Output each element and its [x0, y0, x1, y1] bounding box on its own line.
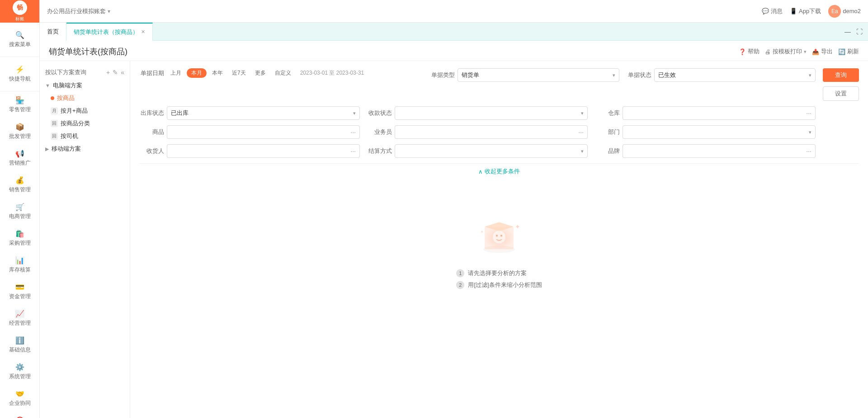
tree-item-by-product[interactable]: 按商品 — [40, 92, 130, 104]
receipt-status-select[interactable]: ▾ — [395, 106, 588, 120]
sidebar-system-label: 系统管理 — [9, 373, 31, 380]
brand-label: 品牌 — [595, 147, 620, 155]
sidebar-item-newuser[interactable]: 🎯 新手引导 — [0, 412, 39, 418]
tab-maximize-button[interactable]: ⛶ — [854, 26, 864, 37]
date-tab-last-month[interactable]: 上月 — [167, 68, 185, 78]
message-button[interactable]: 💬 消息 — [762, 7, 783, 15]
date-tab-7days[interactable]: 近7天 — [228, 68, 250, 78]
tree-item-pc[interactable]: ▼ 电脑端方案 — [40, 79, 130, 92]
tab-sales-stats[interactable]: 销货单统计表（按商品） ✕ — [66, 23, 153, 41]
brand-input[interactable] — [623, 144, 802, 158]
filter-doc-status: 单据状态 已生效 ▾ — [627, 68, 816, 82]
sidebar-item-system[interactable]: ⚙️ 系统管理 — [0, 358, 39, 385]
consignee-input[interactable] — [167, 144, 347, 158]
query-button[interactable]: 查询 — [823, 68, 859, 82]
salesperson-input[interactable] — [395, 125, 575, 139]
sidebar-item-inventory[interactable]: 📊 库存核算 — [0, 252, 39, 278]
out-status-arrow: ▾ — [353, 110, 356, 116]
dept-select[interactable]: ▾ — [623, 125, 816, 139]
tab-close-button[interactable]: ✕ — [141, 29, 145, 35]
tree-item-by-category[interactable]: 回 按商品分类 — [40, 117, 130, 130]
tab-minimize-button[interactable]: — — [843, 26, 853, 37]
ecommerce-icon: 🛒 — [15, 203, 24, 211]
date-tab-more[interactable]: 更多 — [251, 68, 269, 78]
svg-text:✦: ✦ — [515, 223, 520, 230]
filter-warehouse: 仓库 ··· — [595, 106, 816, 120]
category-icon: 回 — [51, 120, 58, 127]
tree-item-by-driver[interactable]: 回 按司机 — [40, 130, 130, 142]
tab-bar-actions: — ⛶ — [843, 26, 868, 37]
brand-control: ··· — [623, 144, 816, 158]
print-button[interactable]: 🖨 按模板打印 ▾ — [765, 48, 807, 56]
edit-scheme-button[interactable]: ✎ — [113, 69, 118, 76]
sidebar-item-sales[interactable]: 💰 销售管理 — [0, 171, 39, 198]
print-icon: 🖨 — [765, 48, 771, 55]
warehouse-dots[interactable]: ··· — [804, 109, 813, 117]
salesperson-dots[interactable]: ··· — [576, 128, 585, 136]
sidebar-item-ecommerce[interactable]: 🛒 电商管理 — [0, 198, 39, 225]
left-panel-header: 按以下方案查询 + ✎ « — [40, 66, 130, 79]
print-dropdown-icon: ▾ — [804, 49, 807, 55]
marketing-icon: 📢 — [15, 149, 24, 158]
tree-mobile-expand: ▶ — [45, 146, 49, 152]
warehouse-input[interactable] — [623, 106, 802, 120]
help-button[interactable]: ❓ 帮助 — [739, 48, 760, 56]
product-dots[interactable]: ··· — [349, 128, 358, 136]
date-tab-this-year[interactable]: 本年 — [208, 68, 226, 78]
filter-row-2: 出库状态 已出库 ▾ 收款状态 ▾ — [139, 106, 859, 120]
finance-icon: 💳 — [15, 283, 24, 291]
retail-icon: 🏪 — [15, 96, 24, 104]
sidebar-inventory-label: 库存核算 — [9, 266, 31, 274]
sidebar-item-search[interactable]: 🔍 搜索菜单 — [9, 26, 31, 53]
collapse-more-bar[interactable]: ∧ 收起更多条件 — [139, 163, 859, 179]
date-tab-this-month[interactable]: 本月 — [187, 68, 207, 78]
sidebar-item-basic[interactable]: ℹ️ 基础信息 — [0, 332, 39, 358]
doc-type-value: 销货单 — [462, 71, 612, 79]
sidebar-item-enterprise[interactable]: 🤝 企业协同 — [0, 385, 39, 412]
sidebar-item-finance[interactable]: 💳 资金管理 — [0, 278, 39, 305]
export-button[interactable]: 📤 导出 — [812, 48, 833, 56]
doc-status-select[interactable]: 已生效 ▾ — [654, 68, 816, 82]
breadcrumb-dropdown[interactable]: ▾ — [108, 8, 110, 14]
date-tab-custom[interactable]: 自定义 — [271, 68, 295, 78]
app-download-button[interactable]: 📱 App下载 — [790, 7, 821, 15]
dept-label: 部门 — [595, 128, 620, 136]
logo[interactable]: 畅 标账 — [0, 0, 39, 23]
settlement-arrow: ▾ — [581, 148, 584, 154]
sidebar-item-wholesale[interactable]: 📦 批发管理 — [0, 118, 39, 145]
sidebar-item-purchase[interactable]: 🛍️ 采购管理 — [0, 225, 39, 252]
tree-item-mobile[interactable]: ▶ 移动端方案 — [40, 142, 130, 155]
tree-item-by-month-product[interactable]: 月 按月+商品 — [40, 104, 130, 117]
sidebar-item-operations[interactable]: 📈 经营管理 — [0, 305, 39, 332]
out-status-select[interactable]: 已出库 ▾ — [167, 106, 360, 120]
tab-sales-stats-label: 销货单统计表（按商品） — [74, 28, 138, 36]
right-panel: 单据日期 上月 本月 本年 近7天 更多 自定义 20 — [130, 61, 868, 418]
newuser-icon: 🎯 — [15, 416, 24, 418]
user-profile[interactable]: Ea demo2 — [828, 5, 861, 18]
doc-status-label: 单据状态 — [627, 71, 651, 79]
operations-icon: 📈 — [15, 309, 24, 318]
basic-icon: ℹ️ — [15, 336, 24, 345]
sidebar-item-marketing[interactable]: 📢 营销推广 — [0, 145, 39, 171]
settlement-label: 结算方式 — [367, 147, 392, 155]
refresh-button[interactable]: 🔄 刷新 — [838, 48, 859, 56]
product-input[interactable] — [167, 125, 347, 139]
sidebar-item-retail[interactable]: 🏪 零售管理 — [0, 91, 39, 118]
settlement-select[interactable]: ▾ — [395, 144, 588, 158]
consignee-dots[interactable]: ··· — [349, 147, 358, 155]
receipt-status-arrow: ▾ — [581, 110, 584, 116]
doc-type-arrow: ▾ — [613, 72, 615, 78]
brand-dots[interactable]: ··· — [804, 147, 813, 155]
doc-status-arrow: ▾ — [809, 72, 811, 78]
collapse-panel-button[interactable]: « — [121, 69, 124, 76]
settings-button[interactable]: 设置 — [823, 86, 859, 101]
page-container: 销货单统计表(按商品) ❓ 帮助 🖨 按模板打印 ▾ 📤 导出 — [40, 41, 868, 418]
tab-home[interactable]: 首页 — [40, 23, 66, 41]
add-scheme-button[interactable]: + — [106, 69, 110, 76]
sidebar: 畅 标账 🔍 搜索菜单 ⚡ 快捷导航 🏪 零售管理 📦 批发管理 📢 营销推广 … — [0, 0, 40, 418]
sidebar-item-quicknav[interactable]: ⚡ 快捷导航 — [9, 61, 31, 87]
doc-type-select[interactable]: 销货单 ▾ — [458, 68, 619, 82]
svg-text:✦: ✦ — [480, 229, 484, 234]
sidebar-basic-label: 基础信息 — [9, 346, 31, 354]
filter-row-1: 单据日期 上月 本月 本年 近7天 更多 自定义 20 — [139, 68, 859, 101]
